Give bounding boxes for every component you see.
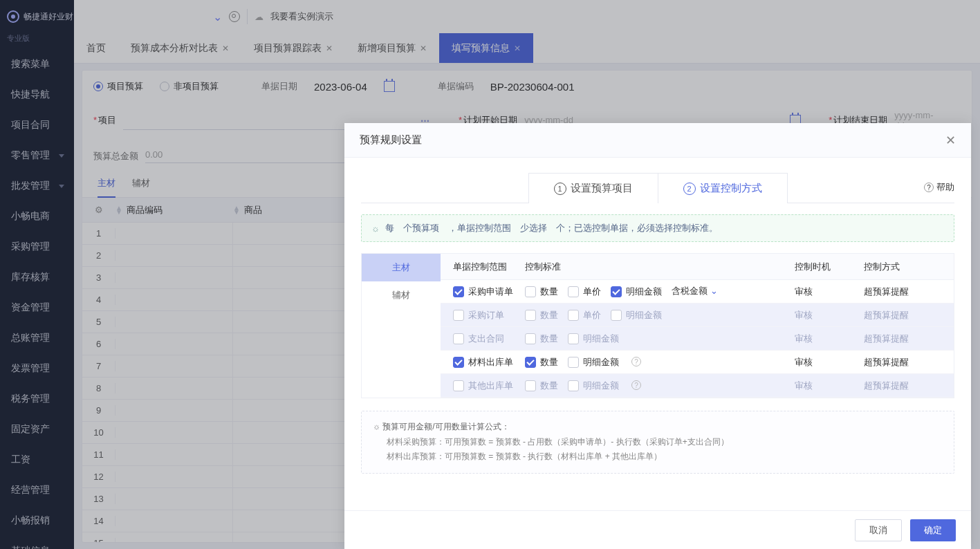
cfg-side-item[interactable]: 主材: [362, 254, 441, 281]
confirm-button[interactable]: 确定: [910, 519, 956, 541]
checkbox[interactable]: [525, 333, 536, 344]
tip-bar: ☼每 个预算项 ，单据控制范围 少选择 个；已选控制单据，必须选择控制标准。: [361, 214, 954, 242]
control-row: 支出合同数量明细金额审核超预算提醒: [441, 327, 954, 351]
checkbox[interactable]: [525, 357, 536, 368]
modal-title: 预算规则设置: [360, 133, 422, 147]
checkbox[interactable]: [568, 357, 579, 368]
checkbox[interactable]: [453, 286, 464, 297]
info-icon[interactable]: ?: [631, 357, 641, 366]
checkbox[interactable]: [611, 286, 622, 297]
control-row: 采购申请单数量单价明细金额含税金额⌄审核超预算提醒: [441, 280, 954, 304]
checkbox[interactable]: [525, 286, 536, 297]
close-icon[interactable]: ✕: [945, 133, 956, 148]
checkbox[interactable]: [453, 333, 464, 344]
bulb-icon: ☼: [373, 422, 380, 431]
formula-box: ☼ 预算可用金额/可用数量计算公式： 材料采购预算：可用预算数 = 预算数 - …: [361, 411, 954, 474]
step-tab-1[interactable]: 1设置预算项目: [528, 173, 658, 203]
chevron-down-icon[interactable]: ⌄: [710, 286, 718, 296]
help-link[interactable]: ?帮助: [924, 181, 954, 194]
checkbox[interactable]: [568, 286, 579, 297]
checkbox[interactable]: [525, 310, 536, 321]
checkbox[interactable]: [568, 380, 579, 391]
control-row: 采购订单数量单价明细金额审核超预算提醒: [441, 304, 954, 327]
checkbox[interactable]: [568, 333, 579, 344]
control-row: 材料出库单数量明细金额?审核超预算提醒: [441, 351, 954, 374]
checkbox[interactable]: [453, 357, 464, 368]
budget-rule-modal: 预算规则设置 ✕ 1设置预算项目 2设置控制方式 ?帮助 ☼每 个预算项 ，单据…: [344, 123, 971, 549]
checkbox[interactable]: [568, 310, 579, 321]
checkbox[interactable]: [453, 380, 464, 391]
control-row: 其他出库单数量明细金额?审核超预算提醒: [441, 374, 954, 398]
checkbox[interactable]: [611, 310, 622, 321]
cfg-side-item[interactable]: 辅材: [362, 281, 441, 309]
info-icon[interactable]: ?: [631, 380, 641, 390]
step-tab-2[interactable]: 2设置控制方式: [658, 173, 788, 203]
checkbox[interactable]: [525, 380, 536, 391]
cancel-button[interactable]: 取消: [855, 519, 902, 541]
bulb-icon: ☼: [371, 223, 380, 234]
checkbox[interactable]: [453, 310, 464, 321]
